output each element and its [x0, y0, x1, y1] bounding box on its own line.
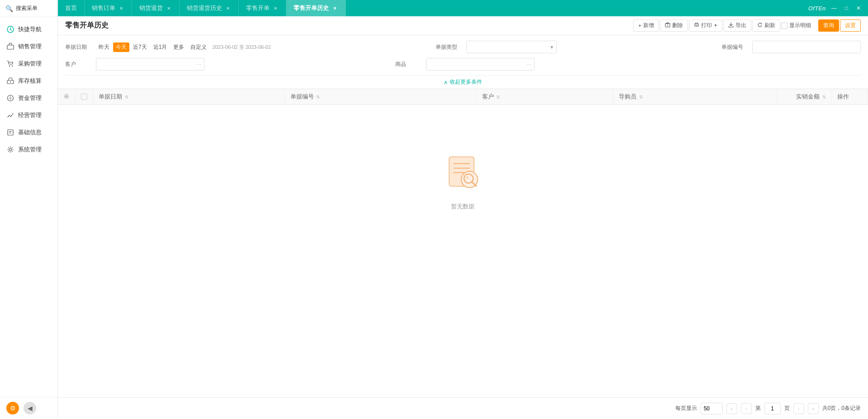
- sidebar-item-finance[interactable]: 资金管理: [0, 89, 57, 107]
- print-label: 打印: [701, 22, 712, 29]
- next-page-button[interactable]: ›: [793, 403, 804, 414]
- table-col-customer[interactable]: 客户 ⇅: [476, 89, 613, 105]
- query-button[interactable]: 查询: [818, 19, 839, 32]
- sidebar-item-inventory[interactable]: 库存核算: [0, 72, 57, 89]
- sidebar-item-label: 销售管理: [18, 42, 42, 51]
- table-col-date-label: 单据日期: [99, 93, 122, 100]
- tab-sales-order-label: 销售订单: [92, 4, 115, 12]
- svg-rect-15: [696, 25, 698, 27]
- svg-point-16: [66, 95, 67, 97]
- finance-icon: [6, 94, 14, 102]
- tab-retail-open-history-close[interactable]: ✕: [332, 5, 338, 11]
- tab-sales-return-history[interactable]: 销货退货历史 ✕: [180, 0, 239, 16]
- svg-point-2: [9, 66, 10, 66]
- search-icon: 🔍: [5, 5, 13, 12]
- basic-info-icon: [6, 128, 14, 137]
- export-label: 导出: [735, 22, 746, 29]
- sidebar-item-system[interactable]: 系统管理: [0, 141, 57, 158]
- last-page-button[interactable]: »: [808, 403, 819, 414]
- date-range-display: 2023-06-02 至 2023-06-02: [212, 44, 271, 51]
- sidebar-search[interactable]: 🔍 搜索采单: [0, 0, 57, 17]
- maximize-button[interactable]: □: [842, 4, 851, 12]
- close-window-button[interactable]: ✕: [854, 4, 863, 12]
- inventory-icon: [6, 77, 14, 85]
- tab-retail-open[interactable]: 零售开单 ✕: [239, 0, 286, 16]
- tab-retail-open-label: 零售开单: [246, 4, 270, 12]
- table-body: 暂无数据: [58, 105, 868, 238]
- tab-sales-order[interactable]: 销售订单 ✕: [85, 0, 132, 16]
- customer-filter-label: 客户: [65, 61, 90, 68]
- add-label: 新增: [643, 22, 654, 29]
- display-cols-checkbox[interactable]: [781, 23, 787, 29]
- filter-area: 单据日期 昨天 今天 近7天 近1月 更多 自定义 2023-06-02 至 2…: [58, 35, 868, 89]
- delete-label: 删除: [672, 22, 683, 29]
- collapse-sidebar-button[interactable]: ◀: [24, 402, 36, 414]
- delete-icon: [665, 22, 670, 29]
- date-more[interactable]: 更多: [171, 42, 187, 52]
- tab-retail-open-close[interactable]: ✕: [272, 5, 279, 11]
- add-icon: +: [638, 23, 641, 29]
- select-all-checkbox[interactable]: [81, 94, 87, 100]
- sidebar-item-basic-info[interactable]: 基础信息: [0, 124, 57, 141]
- minimize-button[interactable]: —: [829, 4, 840, 12]
- add-button[interactable]: + 新增: [633, 19, 659, 32]
- tab-sales-return-history-close[interactable]: ✕: [225, 5, 231, 11]
- toolbar: 零售开单历史 + 新增 删除 打印 ▼ 导出: [58, 16, 868, 35]
- customer-filter-input[interactable]: [96, 58, 204, 71]
- gear-button[interactable]: ⚙: [6, 402, 19, 414]
- tab-sales-return[interactable]: 销货退货 ✕: [132, 0, 180, 16]
- tab-sales-order-close[interactable]: ✕: [118, 5, 124, 11]
- first-page-button[interactable]: «: [726, 403, 737, 414]
- delete-button[interactable]: 删除: [660, 19, 688, 32]
- main-content: 首页 销售订单 ✕ 销货退货 ✕ 销货退货历史 ✕ 零售开单 ✕ 零售开单历史 …: [58, 0, 868, 419]
- empty-icon: [440, 150, 485, 195]
- sidebar-item-purchase-mgmt[interactable]: 采购管理: [0, 55, 57, 72]
- export-button[interactable]: 导出: [723, 19, 751, 32]
- table-col-settings[interactable]: [58, 89, 76, 105]
- date-today[interactable]: 今天: [113, 42, 129, 52]
- guide-sort-icon: ⇅: [639, 94, 643, 99]
- sidebar-item-label: 资金管理: [18, 94, 42, 102]
- prev-page-button[interactable]: ‹: [741, 403, 752, 414]
- tab-retail-open-history[interactable]: 零售开单历史 ✕: [286, 0, 346, 16]
- print-button[interactable]: 打印 ▼: [689, 19, 722, 32]
- brand-label: OfTEn: [808, 5, 826, 12]
- type-filter-select[interactable]: [466, 41, 557, 53]
- refresh-icon: [757, 22, 763, 29]
- goods-filter-input[interactable]: [426, 58, 535, 71]
- sidebar-item-label: 系统管理: [18, 146, 42, 154]
- page-number-input[interactable]: [764, 403, 781, 414]
- table-col-amount[interactable]: 实销金额 ⇅: [778, 89, 832, 105]
- table-col-guide[interactable]: 导购员 ⇅: [613, 89, 777, 105]
- table-col-number[interactable]: 单据编号 ⇅: [285, 89, 476, 105]
- table-col-action: 操作: [832, 89, 868, 105]
- svg-rect-1: [7, 45, 14, 49]
- collapse-label: 收起更多条件: [450, 78, 482, 86]
- table-col-checkbox[interactable]: [76, 89, 93, 105]
- date-sort-icon: ⇅: [125, 94, 128, 99]
- tab-sales-return-close[interactable]: ✕: [166, 5, 172, 11]
- table-col-date[interactable]: 单据日期 ⇅: [93, 89, 285, 105]
- id-filter-label: 单据编号: [721, 43, 747, 51]
- print-icon: [694, 22, 699, 29]
- tab-home[interactable]: 首页: [58, 0, 85, 16]
- sidebar-item-operations[interactable]: 经营管理: [0, 107, 57, 124]
- date-1month[interactable]: 近1月: [151, 42, 170, 52]
- display-cols-toggle[interactable]: 显示明细: [781, 22, 811, 29]
- sidebar-item-quick-nav[interactable]: 快捷导航: [0, 21, 57, 38]
- date-7days[interactable]: 近7天: [130, 42, 150, 52]
- date-custom[interactable]: 自定义: [188, 42, 209, 52]
- collapse-more-btn[interactable]: ∧ 收起更多条件: [65, 75, 861, 89]
- refresh-button[interactable]: 刷新: [752, 19, 780, 32]
- empty-state: 暂无数据: [58, 105, 868, 238]
- goods-filter-label: 商品: [395, 61, 421, 68]
- date-yesterday[interactable]: 昨天: [96, 42, 112, 52]
- svg-point-10: [9, 149, 12, 151]
- per-page-select[interactable]: 10 20 50 100: [701, 403, 723, 414]
- id-filter-input[interactable]: [752, 41, 861, 53]
- tab-home-label: 首页: [65, 4, 77, 12]
- settings-button[interactable]: 设置: [840, 19, 861, 32]
- sidebar-item-sales-mgmt[interactable]: 销售管理: [0, 38, 57, 55]
- table-col-customer-label: 客户: [482, 93, 494, 100]
- collapse-icon: ∧: [444, 79, 448, 85]
